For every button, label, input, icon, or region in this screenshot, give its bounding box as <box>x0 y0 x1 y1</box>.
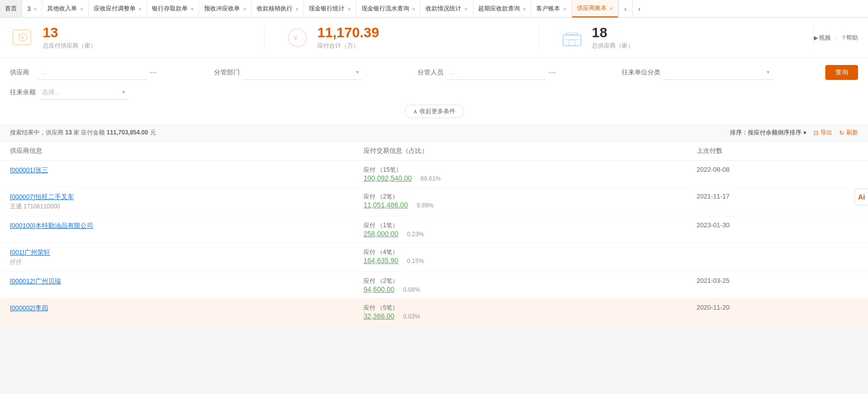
nav-tab-overdue-ar-label: 超期应收款查询 <box>478 4 520 13</box>
supplier-link[interactable]: [001]广州荣轩 <box>10 249 50 256</box>
nav-arrow-left[interactable]: ‹ <box>618 0 632 17</box>
top-navigation: 首页 3 × 其他收入单 × 应收应付调整单 × 银行存取款单 × 预收冲应收单… <box>0 0 868 18</box>
supplier-link[interactable]: [000002]李四 <box>10 304 48 312</box>
table-row: [000002]李四 应付 （5笔） 32,366.00 0.03% 2020-… <box>0 299 868 326</box>
nav-tab-3[interactable]: 3 × <box>22 0 42 17</box>
supplier-input[interactable] <box>38 65 147 80</box>
payable-total-label: 应付合计（万） <box>317 42 379 50</box>
nav-tab-supplier-ledger[interactable]: 供应商账本 × <box>572 0 618 17</box>
video-link[interactable]: ▶ 视频 <box>814 34 831 42</box>
search-button[interactable]: 查询 <box>825 65 858 80</box>
refresh-icon: ↻ <box>839 130 844 136</box>
result-middle: 家 <box>73 129 79 136</box>
nav-tab-supplier-ledger-close[interactable]: × <box>610 5 613 11</box>
nav-tab-cash-bank-query-close[interactable]: × <box>412 6 415 12</box>
ai-panel[interactable]: Ai <box>855 189 868 205</box>
nav-tab-home[interactable]: 首页 <box>0 0 22 17</box>
nav-tab-cash-bank-stats-close[interactable]: × <box>348 6 351 12</box>
collapse-button[interactable]: ∧ 收起更多条件 <box>405 105 464 118</box>
nav-tab-other-income[interactable]: 其他收入单 × <box>42 0 88 17</box>
table-row: [000100]本特勤油品有限公司 应付 （1笔） 258,000.00 0.2… <box>0 216 868 243</box>
trans-label: 应付 （5笔） <box>363 304 677 312</box>
nav-tab-customer-ledger-close[interactable]: × <box>563 6 566 12</box>
amount-link[interactable]: 100,092,540.00 <box>363 174 412 182</box>
trans-cell: 应付 （15笔） 100,092,540.00 89.61% <box>354 161 687 188</box>
stat-total-suppliers: 18 总供应商（家） <box>539 25 814 51</box>
th-supplier-info: 供应商信息 <box>0 141 354 161</box>
nav-tab-prepay-ar[interactable]: 预收冲应收单 × <box>199 0 251 17</box>
nav-tab-cash-bank-query[interactable]: 现金银行流水查询 × <box>357 0 421 17</box>
unit-class-select[interactable]: ▾ <box>663 65 773 80</box>
stat-payable-total: ¥ 11,170.39 应付合计（万） <box>265 25 539 51</box>
supplier-link[interactable]: [000012]广州贝瑞 <box>10 277 61 285</box>
nav-tab-prepay-ar-label: 预收冲应收单 <box>204 4 240 13</box>
nav-tab-ar-ap-adjust[interactable]: 应收应付调整单 × <box>89 0 147 17</box>
th-last-payment: 上次付数 <box>687 141 868 161</box>
supplier-cell: [000007]恒旺二手叉车 王通 17106110000 <box>0 188 354 216</box>
nav-tab-customer-ledger[interactable]: 客户账本 × <box>531 0 572 17</box>
supplier-table: 供应商信息 应付交易信息（占比） 上次付数 [000001]张三 应付 （15笔… <box>0 141 868 326</box>
person-input[interactable] <box>446 65 546 80</box>
nav-tab-bank-deposit[interactable]: 银行存取款单 × <box>147 0 199 17</box>
refresh-label: 刷新 <box>846 129 858 137</box>
nav-tab-bank-deposit-close[interactable]: × <box>191 6 194 12</box>
supplier-link[interactable]: [000007]恒旺二手叉车 <box>10 193 74 200</box>
percentage: 0.08% <box>403 286 420 293</box>
export-icon: ⊡ <box>813 130 818 136</box>
supplier-sub: 仔仔 <box>10 258 344 266</box>
nav-tab-receipt-verify-close[interactable]: × <box>295 6 298 12</box>
amount-link[interactable]: 258,000.00 <box>363 230 398 238</box>
person-label: 分管人员 <box>418 68 443 77</box>
nav-tab-3-close[interactable]: × <box>34 6 37 12</box>
nav-tab-other-income-close[interactable]: × <box>80 6 83 12</box>
filter-row-2: 往来余额 选择... ▾ <box>10 85 159 100</box>
nav-tab-receipt-stats-close[interactable]: × <box>464 6 467 12</box>
nav-tab-cash-bank-query-label: 现金银行流水查询 <box>362 4 409 13</box>
trans-label: 应付 （4笔） <box>363 248 677 257</box>
stat-payable-suppliers-info: 13 总应付供应商（家） <box>43 26 96 50</box>
nav-tab-receipt-stats[interactable]: 收款情况统计 × <box>421 0 473 17</box>
last-payment-cell: 2021-03-25 <box>687 272 868 299</box>
collapse-up-icon: ∧ <box>413 108 418 115</box>
nav-tab-receipt-verify-label: 收款核销执行 <box>257 4 292 13</box>
svg-rect-5 <box>563 35 581 46</box>
supplier-count: 13 <box>65 129 72 136</box>
nav-tab-receipt-verify[interactable]: 收款核销执行 × <box>252 0 304 17</box>
filter-balance: 往来余额 选择... ▾ <box>10 85 159 100</box>
nav-tab-customer-ledger-label: 客户账本 <box>536 4 560 13</box>
trans-cell: 应付 （1笔） 258,000.00 0.23% <box>354 216 687 243</box>
refresh-button[interactable]: ↻ 刷新 <box>839 129 858 137</box>
nav-tab-supplier-ledger-label: 供应商账本 <box>577 4 607 12</box>
table-container: 供应商信息 应付交易信息（占比） 上次付数 [000001]张三 应付 （15笔… <box>0 141 868 326</box>
total-suppliers-icon <box>559 25 585 51</box>
nav-arrow-right[interactable]: › <box>632 0 646 17</box>
nav-tab-overdue-ar[interactable]: 超期应收款查询 × <box>473 0 531 17</box>
amount-link[interactable]: 164,635.90 <box>363 257 398 264</box>
svg-text:¥: ¥ <box>20 35 24 41</box>
supplier-link[interactable]: [000001]张三 <box>10 166 48 174</box>
dept-select[interactable]: ▾ <box>243 65 362 80</box>
sort-select[interactable]: 排序：按应付余额倒序排序 ▾ <box>730 129 806 137</box>
trans-amount-row: 32,366.00 0.03% <box>363 312 677 320</box>
amount-link[interactable]: 32,366.00 <box>363 312 394 320</box>
export-button[interactable]: ⊡ 导出 <box>813 129 832 137</box>
nav-tab-cash-bank-stats[interactable]: 现金银行统计 × <box>304 0 356 17</box>
supplier-cell: [000002]李四 <box>0 299 354 326</box>
supplier-link[interactable]: [000100]本特勤油品有限公司 <box>10 222 93 229</box>
amount-link[interactable]: 94,600.00 <box>363 285 394 293</box>
amount-link[interactable]: 11,051,486.00 <box>363 201 408 209</box>
table-row: [000001]张三 应付 （15笔） 100,092,540.00 89.61… <box>0 161 868 188</box>
trans-cell: 应付 （4笔） 164,635.90 0.15% <box>354 243 687 272</box>
nav-tab-overdue-ar-close[interactable]: × <box>523 6 526 12</box>
person-dots-btn[interactable]: ··· <box>549 68 555 77</box>
amount-prefix: 应付金额 <box>81 129 105 136</box>
balance-select[interactable]: 选择... ▾ <box>39 85 128 100</box>
supplier-dots-btn[interactable]: ··· <box>150 68 156 77</box>
trans-label: 应付 （2笔） <box>363 277 677 285</box>
stat-payable-suppliers: ¥ 13 总应付供应商（家） <box>10 25 265 51</box>
unit-class-chevron-icon: ▾ <box>767 69 770 75</box>
nav-tab-ar-ap-adjust-close[interactable]: × <box>139 6 142 12</box>
trans-amount-row: 94,600.00 0.08% <box>363 285 677 293</box>
nav-tab-prepay-ar-close[interactable]: × <box>243 6 246 12</box>
help-link[interactable]: ? 帮助 <box>842 34 858 42</box>
